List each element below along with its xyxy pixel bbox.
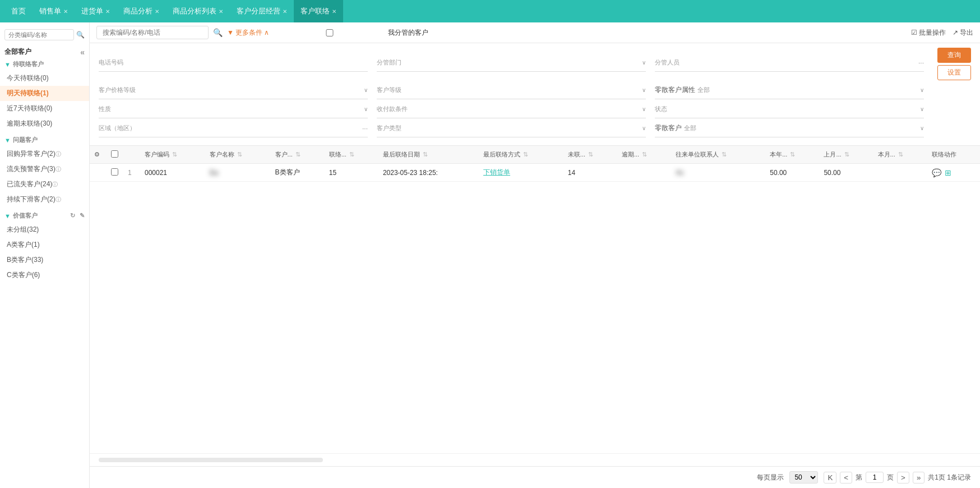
select-all-checkbox[interactable] — [111, 150, 118, 158]
th-gear[interactable]: ⚙ — [90, 146, 107, 164]
scrollbar-area — [90, 453, 980, 466]
sidebar-item-b-class[interactable]: B类客户(33) — [0, 252, 89, 268]
nav-product-analysis-list[interactable]: 商品分析列表 ✕ — [166, 0, 230, 22]
filter-person: 分管人员 ··· — [655, 56, 924, 72]
th-code[interactable]: 客户编码 ⇅ — [140, 146, 205, 164]
th-last-contact-date[interactable]: 最后联络日期 ⇅ — [378, 146, 479, 164]
search-button[interactable]: 🔍 — [213, 28, 223, 37]
th-last-month[interactable]: 上月... ⇅ — [819, 146, 873, 164]
nav-product-analysis-list-close[interactable]: ✕ — [219, 8, 223, 15]
row-checkbox[interactable] — [111, 168, 118, 176]
filter-icon: ▼ — [227, 29, 234, 36]
page-number-input[interactable] — [866, 472, 884, 483]
sidebar-group-problem: ▼ 问题客户 — [0, 133, 89, 146]
td-name: Ea — [205, 164, 270, 182]
nav-customer-contact[interactable]: 客户联络 ✕ — [294, 0, 343, 22]
sidebar-item-overdue[interactable]: 逾期未联络(30) — [0, 116, 89, 131]
filter-region-dots[interactable]: ··· — [362, 125, 368, 132]
page-size-select[interactable]: 50 100 — [789, 471, 818, 484]
filter-more-button[interactable]: ▼ 更多条件 ∧ — [227, 28, 269, 38]
filter-retail-customer[interactable]: 零散客户 全部 ∨ — [655, 122, 924, 137]
sidebar-group-pending-label: 待联络客户 — [13, 60, 44, 68]
nav-sales-close[interactable]: ✕ — [63, 8, 68, 15]
nav-sales[interactable]: 销售单 ✕ — [33, 0, 75, 22]
filter-retail-attr[interactable]: 零散客户属性 全部 ∨ — [655, 84, 924, 99]
th-last-contact-method[interactable]: 最后联络方式 ⇅ — [479, 146, 563, 164]
sidebar-all-customers-label: 全部客户 — [4, 47, 31, 57]
sidebar-search-area: 🔍 — [0, 27, 89, 43]
nav-customer-tier-close[interactable]: ✕ — [283, 8, 287, 15]
content-area: 🔍 ▼ 更多条件 ∧ 我分管的客户 ☑ 批量操作 ↗ 导出 — [90, 22, 980, 488]
sidebar-group-value-edit[interactable]: ✎ — [80, 212, 85, 219]
filter-status-arrow: ∨ — [920, 106, 924, 112]
th-name[interactable]: 客户名称 ⇅ — [205, 146, 270, 164]
sidebar-item-churned[interactable]: 已流失客户(24) ⓘ — [0, 177, 89, 192]
prev-page-button[interactable]: < — [840, 472, 852, 484]
grid-action-icon[interactable]: ⊞ — [945, 168, 951, 177]
filter-nature[interactable]: 性质 ∨ — [99, 103, 368, 118]
filter-phone: 电话号码 — [99, 56, 368, 72]
th-this-month[interactable]: 本月... ⇅ — [873, 146, 927, 164]
sidebar-item-declining[interactable]: 持续下滑客户(2) ⓘ — [0, 192, 89, 207]
sidebar-item-tomorrow[interactable]: 明天待联络(1) — [0, 86, 89, 101]
page-size-label: 每页显示 — [757, 473, 784, 482]
filter-customer-type[interactable]: 客户类型 ∨ — [377, 122, 646, 137]
sidebar-collapse-icon[interactable]: « — [80, 48, 85, 57]
sidebar-item-a-class[interactable]: A类客户(1) — [0, 237, 89, 252]
sidebar-item-today[interactable]: 今天待联络(0) — [0, 71, 89, 86]
filter-dept[interactable]: 分管部门 ∨ — [377, 56, 646, 72]
th-uncontacted[interactable]: 未联... ⇅ — [563, 146, 617, 164]
filter-phone-input[interactable] — [137, 59, 368, 67]
first-page-button[interactable]: K — [824, 472, 836, 484]
td-customer-type: B类客户 — [271, 164, 325, 182]
td-checkbox[interactable] — [107, 164, 123, 182]
nav-purchase-close[interactable]: ✕ — [105, 8, 110, 15]
sidebar-search-input[interactable] — [4, 29, 74, 40]
sidebar-item-week[interactable]: 近7天待联络(0) — [0, 101, 89, 116]
pagination: 每页显示 50 100 K < 第 页 > » 共1页 1条记录 — [90, 466, 980, 488]
nav-product-analysis[interactable]: 商品分析 ✕ — [117, 0, 166, 22]
inner-scrollbar[interactable] — [99, 458, 323, 462]
td-actions: 💬 ⊞ — [927, 164, 980, 182]
filter-payment[interactable]: 收付款条件 ∨ — [377, 103, 646, 118]
nav-product-analysis-close[interactable]: ✕ — [155, 8, 159, 15]
my-customers-checkbox[interactable] — [274, 29, 386, 36]
td-overdue — [617, 164, 671, 182]
sidebar-group-pending: ▼ 待联络客户 — [0, 58, 89, 71]
th-this-year[interactable]: 本年... ⇅ — [765, 146, 819, 164]
sidebar-item-repurchase-abnormal[interactable]: 回购异常客户(2) ⓘ — [0, 146, 89, 162]
sidebar-group-value-triangle[interactable]: ▼ — [4, 213, 11, 219]
th-contact-count[interactable]: 联络... ⇅ — [325, 146, 378, 164]
filter-price-grade[interactable]: 客户价格等级 ∨ — [99, 84, 368, 99]
filter-row-2: 客户价格等级 ∨ 客户等级 ∨ 零散客户属性 全部 ∨ — [99, 84, 971, 99]
td-uncontacted: 14 — [563, 164, 617, 182]
nav-home[interactable]: 首页 — [4, 0, 33, 22]
comment-action-icon[interactable]: 💬 — [932, 168, 941, 177]
next-page-button[interactable]: > — [897, 472, 909, 484]
sidebar-group-value-refresh[interactable]: ↻ — [70, 212, 75, 219]
th-customer-type-col[interactable]: 客户... ⇅ — [271, 146, 325, 164]
sidebar-group-pending-triangle[interactable]: ▼ — [4, 61, 11, 68]
sidebar-search-icon[interactable]: 🔍 — [76, 31, 85, 39]
export-button[interactable]: ↗ 导出 — [953, 28, 973, 38]
th-overdue[interactable]: 逾期... ⇅ — [617, 146, 671, 164]
batch-ops-checkbox-icon: ☑ — [911, 29, 917, 36]
nav-customer-tier[interactable]: 客户分层经营 ✕ — [230, 0, 294, 22]
last-page-button[interactable]: » — [913, 472, 924, 484]
my-customers-checkbox-label[interactable]: 我分管的客户 — [274, 28, 428, 38]
settings-button[interactable]: 设置 — [937, 65, 971, 80]
td-last-contact-method[interactable]: 下销货单 — [479, 164, 563, 182]
th-contact-person[interactable]: 往来单位联系人 ⇅ — [671, 146, 765, 164]
search-input[interactable] — [96, 26, 209, 39]
filter-customer-grade[interactable]: 客户等级 ∨ — [377, 84, 646, 99]
sidebar-group-problem-triangle[interactable]: ▼ — [4, 137, 11, 144]
batch-ops-button[interactable]: ☑ 批量操作 — [911, 28, 946, 38]
filter-status[interactable]: 状态 ∨ — [655, 103, 924, 118]
nav-customer-contact-close[interactable]: ✕ — [332, 8, 336, 15]
sidebar-item-ungrouped[interactable]: 未分组(32) — [0, 222, 89, 237]
filter-person-dots[interactable]: ··· — [918, 59, 924, 67]
nav-purchase[interactable]: 进货单 ✕ — [75, 0, 117, 22]
sidebar-item-c-class[interactable]: C类客户(6) — [0, 268, 89, 283]
sidebar-item-churn-warning[interactable]: 流失预警客户(3) ⓘ — [0, 162, 89, 177]
query-button[interactable]: 查询 — [937, 48, 971, 63]
